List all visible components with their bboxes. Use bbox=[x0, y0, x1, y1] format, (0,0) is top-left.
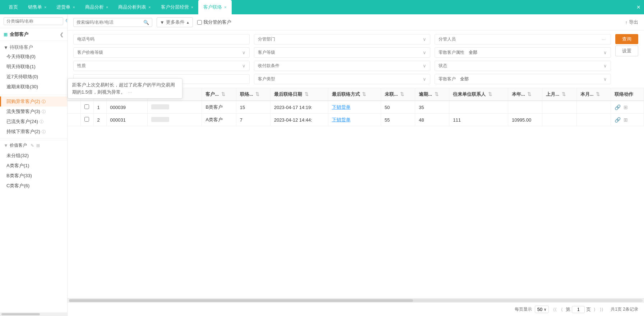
action-buttons: 查询 设置 bbox=[615, 34, 638, 56]
close-icon[interactable]: × bbox=[106, 5, 108, 9]
sidebar-item-a-class[interactable]: A类客户(1) bbox=[0, 161, 67, 171]
chevron-down-icon: ∨ bbox=[423, 37, 426, 42]
filter-customer-level[interactable]: 客户等级 ∨ bbox=[254, 47, 430, 58]
filter-payment[interactable]: 收付款条件 ∨ bbox=[254, 61, 430, 71]
filter-price-level[interactable]: 客户价格等级 ∨ bbox=[73, 47, 250, 58]
td-name bbox=[147, 101, 201, 114]
sidebar-item-7days[interactable]: 近7天待联络(0) bbox=[0, 72, 67, 82]
all-customers-header[interactable]: ⊞ 全部客户 ❮ bbox=[0, 28, 67, 41]
window-close-button[interactable]: × bbox=[636, 4, 640, 10]
filter-manager[interactable]: 分管人员 ··· bbox=[435, 34, 611, 44]
pagination-total: 共1页 2条记录 bbox=[611, 306, 638, 312]
filter-dept[interactable]: 分管部门 ∨ bbox=[254, 34, 430, 44]
td-code: 000039 bbox=[106, 101, 147, 114]
close-icon[interactable]: × bbox=[148, 5, 150, 9]
th-current-month[interactable]: 本月... ⇅ bbox=[576, 88, 611, 101]
per-page-select[interactable]: 50 ∨ bbox=[535, 306, 549, 313]
nav-purchase[interactable]: 进货单 × bbox=[51, 0, 80, 14]
th-current-year[interactable]: 本年... ⇅ bbox=[508, 88, 542, 101]
nav-product-analysis-list[interactable]: 商品分析列表 × bbox=[113, 0, 156, 14]
tooltip-box: 距客户上次交易时长，超过了此客户的平均交易周期的1.5倍，则视为异常。 ··· bbox=[68, 78, 182, 99]
th-contact[interactable]: 联络... ⇅ bbox=[236, 88, 270, 101]
table-horizontal-scrollbar[interactable] bbox=[68, 298, 644, 302]
next-page-button[interactable]: ⟩ bbox=[592, 306, 597, 313]
th-last-contact-method[interactable]: 最后联络方式 ⇅ bbox=[328, 88, 381, 101]
link-action-icon[interactable]: 🔗 bbox=[615, 104, 621, 110]
filter-retail-attr[interactable]: 零散客户属性 全部 ∨ bbox=[435, 47, 611, 58]
sidebar-search-input[interactable] bbox=[4, 17, 63, 25]
nav-product-analysis[interactable]: 商品分析 × bbox=[80, 0, 113, 14]
sidebar-search-area: 🔍 bbox=[0, 14, 67, 28]
my-customers-checkbox[interactable] bbox=[197, 20, 202, 25]
td-settings bbox=[68, 101, 80, 114]
td-current-year: 10995.00 bbox=[508, 114, 542, 126]
th-type[interactable]: 客户... ⇅ bbox=[202, 88, 236, 101]
td-checkbox[interactable] bbox=[80, 101, 93, 114]
close-icon[interactable]: × bbox=[73, 5, 75, 9]
phone-input[interactable] bbox=[97, 37, 246, 42]
page-number-input[interactable] bbox=[572, 306, 585, 313]
grid-action-icon[interactable]: ⊞ bbox=[624, 117, 628, 123]
sidebar-item-b-class[interactable]: B类客户(33) bbox=[0, 171, 67, 181]
first-page-button[interactable]: ⟨⟨ bbox=[552, 306, 558, 313]
search-icon[interactable]: 🔍 bbox=[143, 20, 149, 25]
td-checkbox[interactable] bbox=[80, 114, 93, 126]
nav-sales[interactable]: 销售单 × bbox=[23, 0, 51, 14]
prev-page-button[interactable]: ⟨ bbox=[560, 306, 564, 313]
last-page-button[interactable]: ⟩⟩ bbox=[598, 306, 605, 313]
th-last-month[interactable]: 上月... ⇅ bbox=[542, 88, 576, 101]
my-customers-checkbox-label[interactable]: 我分管的客户 bbox=[197, 19, 231, 25]
settings-button[interactable]: 设置 bbox=[615, 46, 638, 56]
sidebar-item-tomorrow[interactable]: 明天待联络(1) bbox=[0, 62, 67, 72]
method-link[interactable]: 下销货单 bbox=[332, 104, 351, 110]
grid-action-icon[interactable]: ⊞ bbox=[624, 104, 628, 110]
more-icon[interactable]: ··· bbox=[602, 37, 606, 42]
close-icon[interactable]: × bbox=[44, 5, 46, 9]
edit-icon[interactable]: ✎ bbox=[31, 143, 34, 148]
sort-icon: ⇅ bbox=[362, 91, 366, 97]
pending-contact-title[interactable]: ▼ 待联络客户 bbox=[0, 42, 67, 52]
collapse-icon[interactable]: ❮ bbox=[60, 32, 64, 37]
th-unit-contact[interactable]: 往来单位联系人 ⇅ bbox=[449, 88, 508, 101]
sort-icon: ⇅ bbox=[488, 91, 492, 97]
export-button[interactable]: ↑ 导出 bbox=[625, 19, 639, 25]
td-last-contact-method[interactable]: 下销货单 bbox=[328, 101, 381, 114]
close-icon[interactable]: × bbox=[191, 5, 193, 9]
filter-customer-type[interactable]: 客户类型 ∨ bbox=[254, 74, 430, 84]
th-uncontacted[interactable]: 未联... ⇅ bbox=[381, 88, 415, 101]
query-button[interactable]: 查询 bbox=[615, 34, 638, 44]
method-link[interactable]: 下销货单 bbox=[332, 117, 351, 122]
nav-home[interactable]: 首页 bbox=[4, 0, 23, 14]
row-checkbox[interactable] bbox=[84, 117, 89, 122]
more-conditions-button[interactable]: ▼ 更多条件 ▲ bbox=[157, 17, 193, 27]
row-checkbox[interactable] bbox=[84, 104, 89, 109]
filter-nature[interactable]: 性质 ∨ bbox=[73, 61, 250, 71]
customer-type-label: 客户类型 bbox=[258, 76, 275, 82]
sidebar-item-churned[interactable]: 已流失客户(24) ⓘ bbox=[0, 117, 67, 127]
filter-row-2: 客户价格等级 ∨ 客户等级 ∨ 零散客户属性 全部 bbox=[73, 47, 611, 58]
close-icon[interactable]: × bbox=[224, 5, 226, 9]
th-last-contact-date[interactable]: 最后联络日期 ⇅ bbox=[270, 88, 328, 101]
search-input[interactable] bbox=[77, 20, 141, 25]
sort-icon: ⇅ bbox=[562, 91, 566, 97]
filter-retail-customer[interactable]: 零散客户 全部 ∨ bbox=[435, 74, 611, 84]
filter-status[interactable]: 状态 ∨ bbox=[435, 61, 611, 71]
sidebar-item-overdue[interactable]: 逾期未联络(30) bbox=[0, 82, 67, 92]
td-last-contact-method[interactable]: 下销货单 bbox=[328, 114, 381, 126]
info-icon: ⓘ bbox=[42, 99, 46, 104]
chevron-down-icon: ∨ bbox=[242, 50, 246, 55]
settings-icon[interactable]: ⊞ bbox=[36, 143, 40, 148]
sidebar-item-repurchase-anomaly[interactable]: 回购异常客户(2) ⓘ bbox=[0, 96, 67, 107]
sidebar-item-today[interactable]: 今天待联络(0) bbox=[0, 52, 67, 62]
row-actions: 🔗 ⊞ bbox=[615, 117, 640, 123]
sidebar-item-churn-warning[interactable]: 流失预警客户(3) ⓘ bbox=[0, 107, 67, 117]
td-name bbox=[147, 114, 201, 126]
sidebar-item-c-class[interactable]: C类客户(6) bbox=[0, 181, 67, 191]
sidebar-scrollbar[interactable] bbox=[0, 312, 67, 316]
nav-customer-layered[interactable]: 客户分层经营 × bbox=[156, 0, 198, 14]
sidebar-item-ungrouped[interactable]: 未分组(32) bbox=[0, 151, 67, 161]
link-action-icon[interactable]: 🔗 bbox=[615, 117, 621, 123]
sidebar-item-declining[interactable]: 持续下滑客户(2) ⓘ bbox=[0, 127, 67, 137]
nav-customer-contact[interactable]: 客户联络 × bbox=[198, 0, 231, 14]
th-overdue[interactable]: 逾期... ⇅ bbox=[415, 88, 449, 101]
